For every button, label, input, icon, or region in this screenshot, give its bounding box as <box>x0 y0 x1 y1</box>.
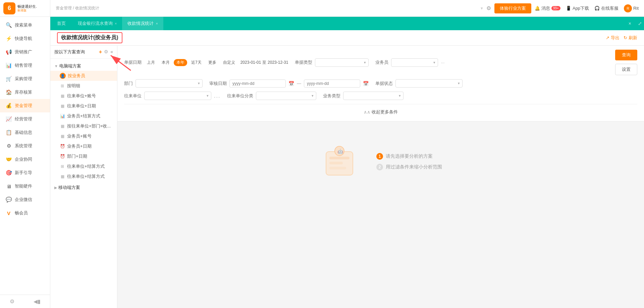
filter-settings-button[interactable]: 设置 <box>615 64 637 75</box>
tab-bank-close[interactable]: × <box>115 21 117 25</box>
tab-home[interactable]: 首页 <box>50 17 72 30</box>
doc-type-select[interactable] <box>315 58 369 67</box>
partner-select[interactable] <box>144 92 211 100</box>
scheme-staff-account[interactable]: ▦ 业务员+账号 <box>50 131 117 141</box>
tab-receipt-close[interactable]: × <box>156 21 158 25</box>
biz-type-select-wrapper <box>343 92 404 100</box>
user-avatar[interactable]: R Rit <box>624 4 639 12</box>
doc-type-label: 单据类型 <box>295 59 312 65</box>
scheme-unit-settle2[interactable]: ▦ 往来单位+结算方式 <box>50 171 117 182</box>
calendar-to-icon[interactable]: 📅 <box>363 81 369 86</box>
window-close-btn[interactable]: × <box>627 21 633 26</box>
date-to-value: 2023-12-31 <box>268 60 288 65</box>
scheme-staff-date[interactable]: ⏰ 业务员+日期 <box>50 141 117 151</box>
desktop-section-header[interactable]: ▼ 电脑端方案 <box>50 61 117 71</box>
sidebar-item-system[interactable]: ⚙ 系统管理 <box>0 139 50 153</box>
download-icon: 📱 <box>566 6 571 11</box>
date-from-value: 2023-01-01 <box>240 60 261 65</box>
scheme-unit-account[interactable]: ▦ 往来单位+账号 <box>50 91 117 101</box>
message-badge: 99+ <box>551 6 560 10</box>
empty-state: 🤖 1 请先选择要分析的方案 2 用过滤条件来缩小分析范围 <box>117 121 644 308</box>
window-maximize-btn[interactable]: ⤢ <box>636 21 644 26</box>
staff-settle-icon: 📊 <box>60 113 65 119</box>
partner-category-select[interactable] <box>256 92 316 100</box>
tab-receipt[interactable]: 收款情况统计 × <box>122 17 163 30</box>
sidebar-item-corp[interactable]: 🤝 企业协同 <box>0 153 50 166</box>
staff-select[interactable] <box>391 58 438 67</box>
scheme-by-detail[interactable]: ⊞ 按明细 <box>50 81 117 91</box>
review-from-input[interactable] <box>229 80 286 88</box>
query-button[interactable]: 查询 <box>615 50 637 60</box>
scheme-unit-settle1[interactable]: ⊞ 往来单位+结算方式 <box>50 161 117 171</box>
sidebar-item-guide[interactable]: 🎯 新手引导 <box>0 166 50 179</box>
page-header: 收款情况统计(按业务员) ↗ 导出 ↻ 刷新 <box>50 30 644 46</box>
biz-type-select[interactable] <box>343 92 404 100</box>
mobile-section-header[interactable]: ▶ 移动端方案 <box>50 183 117 192</box>
svg-rect-3 <box>329 167 346 169</box>
date-tabs: 上月 本月 本年 近7天 更多 自定义 <box>144 59 238 66</box>
date-label: 单据日期 <box>124 59 142 65</box>
review-to-input[interactable] <box>304 80 360 88</box>
unit-account-icon: ▦ <box>60 93 65 99</box>
tab-bank[interactable]: 现金银行流水查询 × <box>72 17 122 30</box>
scheme-by-staff[interactable]: 👤 按业务员 <box>50 71 117 81</box>
export-button[interactable]: ↗ 导出 <box>606 35 620 41</box>
sidebar-item-wechat[interactable]: 💬 企业微信 <box>0 193 50 206</box>
sidebar-item-shortcut[interactable]: ⚡ 快捷导航 <box>0 32 50 45</box>
date-tab-more[interactable]: 更多 <box>206 59 219 66</box>
sidebar-item-basic[interactable]: 📋 基础信息 <box>0 126 50 139</box>
scheme-dept-date[interactable]: ⏰ 部门+日期 <box>50 151 117 161</box>
sales-icon: 📊 <box>5 62 12 69</box>
unit-settle1-icon: ⊞ <box>60 164 65 169</box>
trial-button[interactable]: 体验行业方案 <box>494 3 531 13</box>
sidebar-item-member[interactable]: V 畅会员 <box>0 206 50 220</box>
arrow-right-icon: ▶ <box>54 186 57 190</box>
refresh-button[interactable]: ↻ 刷新 <box>624 35 637 41</box>
doc-status-select[interactable] <box>395 79 463 88</box>
online-service-action[interactable]: 🎧 在线客服 <box>594 5 619 11</box>
empty-steps: 1 请先选择要分析的方案 2 用过滤条件来缩小分析范围 <box>376 153 442 170</box>
hardware-icon: 🖥 <box>5 183 12 190</box>
date-tab-custom[interactable]: 自定义 <box>220 59 238 66</box>
staff-scheme-icon: 👤 <box>60 73 66 79</box>
search-icon: 🔍 <box>5 22 12 29</box>
staff-more-dots[interactable]: ··· <box>441 60 444 65</box>
doc-type-select-wrapper <box>315 58 369 67</box>
partner-more-dots[interactable]: ... <box>214 93 220 99</box>
sidebar-item-hardware[interactable]: 🖥 智能硬件 <box>0 179 50 193</box>
topbar-gear-icon[interactable]: ⚙ <box>486 5 491 11</box>
staff-date-icon: ⏰ <box>60 144 65 149</box>
sidebar-item-purchase[interactable]: 🛒 采购管理 <box>0 72 50 86</box>
sidebar-item-search[interactable]: 🔍 搜索菜单 <box>0 18 50 32</box>
collapse-sidebar-btn[interactable]: ◀▮ <box>34 298 41 305</box>
date-tab-last7[interactable]: 近7天 <box>189 59 204 66</box>
sidebar-item-capital[interactable]: 💰 资金管理 <box>0 99 50 112</box>
breadcrumb: 资金管理 / 收款情况统计 <box>56 5 477 11</box>
scheme-settings-btn[interactable]: ⚙ <box>104 49 108 55</box>
marketing-icon: 📢 <box>5 49 12 55</box>
date-tab-last-month[interactable]: 上月 <box>144 59 158 66</box>
settings-footer-btn[interactable]: ⚙ <box>10 298 14 305</box>
app-download-action[interactable]: 📱 App下载 <box>566 5 589 11</box>
panel-collapse-btn[interactable]: « <box>110 49 113 55</box>
add-scheme-btn[interactable]: + <box>99 49 102 55</box>
sidebar-footer: ⚙ ◀▮ <box>0 295 50 308</box>
date-tab-this-year[interactable]: 本年 <box>174 59 187 66</box>
scheme-unit-dept[interactable]: ▦ 按往来单位+部门+收... <box>50 121 117 131</box>
wechat-icon: 💬 <box>5 196 12 203</box>
page-title: 收款情况统计(按业务员) <box>57 32 122 43</box>
dept-select[interactable] <box>136 79 203 88</box>
calendar-from-icon[interactable]: 📅 <box>288 81 294 86</box>
message-action[interactable]: 🔔 消息 99+ <box>535 5 560 11</box>
review-date-filter: 审核日期 📅 — 📅 <box>209 80 369 88</box>
date-tab-this-month[interactable]: 本月 <box>159 59 172 66</box>
filter-area: 单据日期 上月 本月 本年 近7天 更多 自定义 2023-01-01 至 <box>117 46 644 121</box>
scheme-unit-date[interactable]: ▦ 往来单位+日期 <box>50 101 117 111</box>
collapse-icon: ∧∧ <box>364 109 370 115</box>
sidebar-item-marketing[interactable]: 📢 营销推广 <box>0 45 50 59</box>
scheme-staff-settle[interactable]: 📊 业务员+结算方式 <box>50 111 117 121</box>
sidebar-item-sales[interactable]: 📊 销售管理 <box>0 59 50 72</box>
sidebar-item-inventory[interactable]: 🏠 库存核算 <box>0 86 50 99</box>
sidebar-item-operation[interactable]: 📈 经营管理 <box>0 112 50 126</box>
collapse-button[interactable]: ∧∧ 收起更多条件 <box>124 107 637 117</box>
